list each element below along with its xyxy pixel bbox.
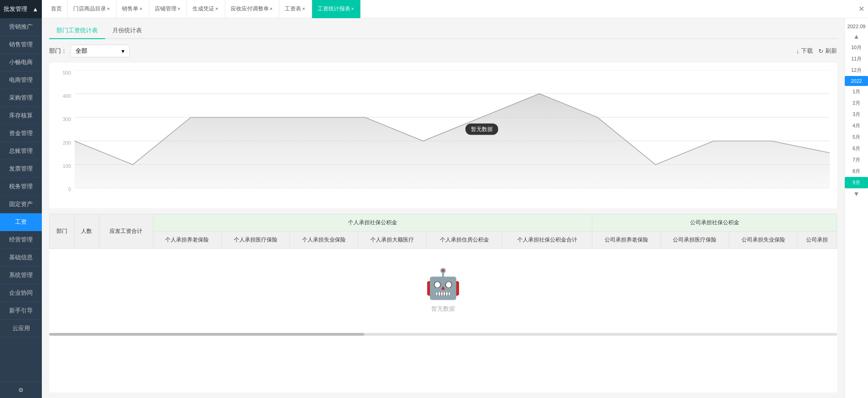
- table-empty-state: 🤖 暂无数据: [49, 249, 837, 331]
- y-label-300: 300: [63, 116, 71, 122]
- month-nov[interactable]: 11月: [845, 53, 868, 65]
- tab-close-1[interactable]: ×: [106, 6, 111, 11]
- toolbar-left: 部门： 全部 ▾: [49, 45, 130, 57]
- sidebar-settings-button[interactable]: ⚙: [0, 382, 42, 398]
- tab-3[interactable]: 店铺管理×: [149, 0, 187, 18]
- date-sidebar-year-label: 2022.09: [847, 22, 867, 31]
- y-label-200: 200: [63, 140, 71, 146]
- th-total-salary: 应发工资合计: [99, 214, 153, 249]
- dept-select[interactable]: 全部 ▾: [71, 45, 130, 57]
- sidebar-item-新手引导[interactable]: 新手引导: [0, 302, 42, 320]
- tab-close-6[interactable]: ×: [301, 6, 306, 11]
- dept-label: 部门：: [49, 47, 67, 55]
- scrollbar-thumb[interactable]: [49, 333, 364, 336]
- toolbar: 部门： 全部 ▾ ↓ 下载 ↻ 刷新: [49, 45, 837, 57]
- tabs-end: ✕: [858, 5, 864, 13]
- sub-tabs: 部门工资统计表 月份统计表: [49, 24, 837, 39]
- sidebar-header[interactable]: 批发管理 ▲: [0, 0, 42, 18]
- month-jun[interactable]: 6月: [845, 143, 868, 154]
- download-icon: ↓: [797, 48, 800, 55]
- date-nav-up[interactable]: ▲: [852, 31, 862, 42]
- month-dec[interactable]: 12月: [845, 65, 868, 76]
- page-content: 部门工资统计表 月份统计表 部门： 全部 ▾ ↓ 下载: [42, 18, 844, 398]
- tab-0[interactable]: 首页: [45, 0, 68, 18]
- sidebar-collapse-icon[interactable]: ▲: [32, 6, 38, 13]
- horizontal-scrollbar[interactable]: [49, 333, 837, 336]
- download-label: 下载: [801, 47, 813, 55]
- th-count: 人数: [74, 214, 99, 249]
- tab-close-7[interactable]: ×: [350, 6, 355, 11]
- tab-5[interactable]: 应收应付调整单×: [225, 0, 279, 18]
- tab-close-3[interactable]: ×: [177, 6, 181, 11]
- th-personal-critical: 个人承担大额医疗: [358, 232, 426, 249]
- close-all-tabs-button[interactable]: ✕: [858, 5, 864, 13]
- month-jan[interactable]: 1月: [845, 86, 868, 97]
- sidebar-item-营销推广[interactable]: 营销推广: [0, 18, 42, 36]
- th-dept: 部门: [50, 214, 75, 249]
- th-company-medical: 公司承担医疗保险: [661, 232, 729, 249]
- tab-1[interactable]: 门店商品目录×: [68, 0, 116, 18]
- date-nav-down[interactable]: ▼: [852, 188, 862, 199]
- th-personal-housing: 个人承担住房公积金: [426, 232, 502, 249]
- sidebar-item-经营管理[interactable]: 经营管理: [0, 231, 42, 249]
- tab-close-5[interactable]: ×: [269, 6, 273, 11]
- empty-robot-icon: 🤖: [67, 267, 819, 301]
- y-label-0: 0: [68, 186, 71, 192]
- tab-close-4[interactable]: ×: [214, 6, 219, 11]
- th-company-unemploy: 公司承担失业保险: [729, 232, 797, 249]
- sidebar-item-云应用[interactable]: 云应用: [0, 320, 42, 338]
- sidebar-item-工资[interactable]: 工资: [0, 213, 42, 231]
- empty-text: 暂无数据: [67, 305, 819, 313]
- year-2022-label[interactable]: 2022: [845, 76, 868, 86]
- th-personal-pension: 个人承担养老保险: [153, 232, 221, 249]
- month-feb[interactable]: 2月: [845, 97, 868, 109]
- th-personal-group: 个人承担社保公积金: [153, 214, 592, 232]
- sidebar-title: 批发管理: [4, 5, 27, 13]
- table-wrapper[interactable]: 部门 人数 应发工资合计 个人承担社保公积金 公司承担社保公积金 个人承担养老保…: [49, 214, 837, 331]
- date-sidebar: 2022.09 ▲ 10月 11月 12月 2022 1月 2月 3月 4月 5…: [844, 18, 868, 398]
- th-company-other: 公司承担: [797, 232, 837, 249]
- table-section: 部门 人数 应发工资合计 个人承担社保公积金 公司承担社保公积金 个人承担养老保…: [49, 214, 837, 393]
- sidebar-item-系统管理[interactable]: 系统管理: [0, 267, 42, 284]
- th-company-group: 公司承担社保公积金: [592, 214, 837, 232]
- chevron-down-icon: ▾: [121, 48, 125, 55]
- chart-tooltip: 暂无数据: [465, 123, 498, 135]
- sidebar-item-小畅电商[interactable]: 小畅电商: [0, 54, 42, 71]
- month-sep-active[interactable]: 9月: [845, 177, 868, 188]
- month-mar[interactable]: 3月: [845, 109, 868, 120]
- tab-7[interactable]: 工资统计报表×: [312, 0, 361, 18]
- sidebar-item-采购管理[interactable]: 采购管理: [0, 89, 42, 107]
- sidebar-item-企业协同[interactable]: 企业协同: [0, 284, 42, 302]
- sidebar-item-总账管理[interactable]: 总账管理: [0, 142, 42, 160]
- sidebar-item-税务管理[interactable]: 税务管理: [0, 178, 42, 196]
- y-label-100: 100: [63, 163, 71, 169]
- refresh-button[interactable]: ↻ 刷新: [818, 47, 837, 55]
- sub-tab-month[interactable]: 月份统计表: [105, 24, 149, 39]
- sidebar-item-发票管理[interactable]: 发票管理: [0, 160, 42, 178]
- tab-6[interactable]: 工资表×: [279, 0, 312, 18]
- download-button[interactable]: ↓ 下载: [797, 47, 813, 55]
- sub-tab-dept[interactable]: 部门工资统计表: [49, 24, 105, 39]
- month-apr[interactable]: 4月: [845, 120, 868, 131]
- month-oct[interactable]: 10月: [845, 42, 868, 53]
- tab-4[interactable]: 生成凭证×: [187, 0, 225, 18]
- tabs-bar: 首页门店商品目录×销售单×店铺管理×生成凭证×应收应付调整单×工资表×工资统计报…: [42, 0, 868, 18]
- sidebar-item-销售管理[interactable]: 销售管理: [0, 36, 42, 54]
- month-jul[interactable]: 7月: [845, 154, 868, 166]
- tab-2[interactable]: 销售单×: [116, 0, 149, 18]
- data-table: 部门 人数 应发工资合计 个人承担社保公积金 公司承担社保公积金 个人承担养老保…: [49, 214, 837, 249]
- sidebar: 批发管理 ▲ 营销推广销售管理小畅电商电商管理采购管理库存核算资金管理总账管理发…: [0, 0, 42, 398]
- sidebar-item-基础信息[interactable]: 基础信息: [0, 249, 42, 267]
- month-aug[interactable]: 8月: [845, 166, 868, 177]
- content-area: 部门工资统计表 月份统计表 部门： 全部 ▾ ↓ 下载: [42, 18, 868, 398]
- sidebar-item-资金管理[interactable]: 资金管理: [0, 125, 42, 142]
- chart-container: 500 400 300 200 100 0: [49, 63, 837, 208]
- sidebar-item-固定资产[interactable]: 固定资产: [0, 196, 42, 213]
- month-may[interactable]: 5月: [845, 131, 868, 143]
- tab-close-2[interactable]: ×: [138, 6, 143, 11]
- sidebar-item-电商管理[interactable]: 电商管理: [0, 71, 42, 89]
- y-label-400: 400: [63, 93, 71, 99]
- settings-icon: ⚙: [18, 387, 24, 393]
- main-area: 首页门店商品目录×销售单×店铺管理×生成凭证×应收应付调整单×工资表×工资统计报…: [42, 0, 868, 398]
- sidebar-item-库存核算[interactable]: 库存核算: [0, 107, 42, 125]
